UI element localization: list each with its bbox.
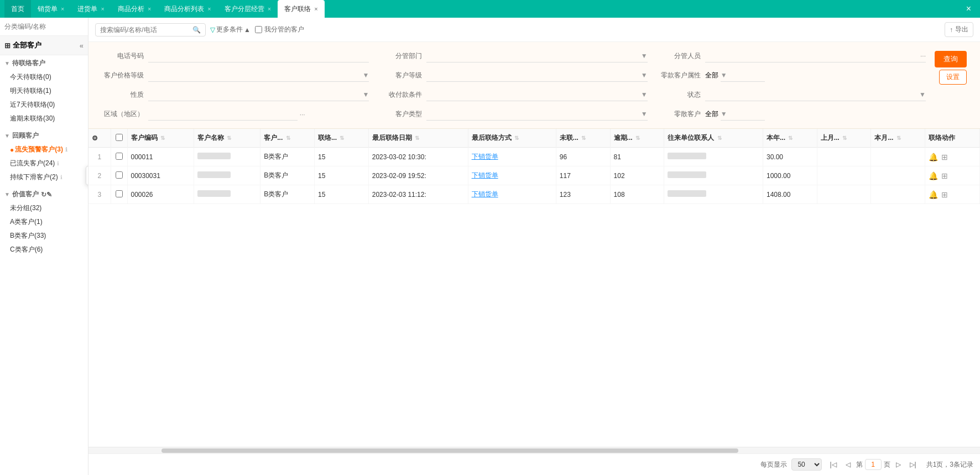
- row-checkbox-1[interactable]: [116, 171, 123, 179]
- next-page-button[interactable]: ▷: [893, 460, 904, 469]
- churned-info-icon[interactable]: ℹ: [57, 160, 59, 166]
- select-all-checkbox[interactable]: [116, 134, 123, 141]
- action-bell-icon-1[interactable]: 🔔: [929, 171, 938, 180]
- action-bell-icon-0[interactable]: 🔔: [929, 153, 938, 161]
- my-customers-checkbox-area: 我分管的客户: [255, 25, 304, 34]
- window-close-button[interactable]: ×: [962, 4, 976, 14]
- action-menu-icon-2[interactable]: ⊞: [941, 190, 948, 199]
- nav-tab-sales[interactable]: 销货单 ×: [31, 0, 71, 18]
- scrollbar-thumb[interactable]: [161, 448, 738, 453]
- purchase-tab-label: 进货单: [77, 4, 97, 14]
- sidebar-section-review-title[interactable]: ▼ 回顾客户: [0, 128, 88, 143]
- last-method-link-1[interactable]: 下销货单: [472, 171, 498, 179]
- nav-tab-analysis[interactable]: 商品分析 ×: [111, 0, 158, 18]
- th-overdue[interactable]: 逾期... ⇅: [610, 129, 664, 148]
- sidebar-item-churned[interactable]: 已流失客户(24) ℹ: [0, 156, 88, 170]
- action-menu-icon-1[interactable]: ⊞: [941, 171, 948, 180]
- declining-info-icon[interactable]: ℹ: [60, 174, 62, 180]
- more-filters-label: 更多条件: [216, 25, 243, 34]
- value-edit-icon[interactable]: ✎: [46, 191, 52, 199]
- sidebar-item-declining[interactable]: 持续下滑客户(2) ℹ: [0, 170, 88, 184]
- price-grade-select[interactable]: ▼: [148, 69, 369, 82]
- sidebar-item-tomorrow[interactable]: 明天待联络(1): [0, 84, 88, 98]
- nav-tab-customer-tier[interactable]: 客户分层经营 ×: [218, 0, 278, 18]
- th-unliaison[interactable]: 未联... ⇅: [556, 129, 610, 148]
- th-this-month[interactable]: 本月... ⇅: [871, 129, 925, 148]
- page-size-select[interactable]: 50 100 200: [791, 458, 822, 471]
- row-checkbox-2[interactable]: [116, 190, 123, 197]
- value-refresh-icon[interactable]: ↻: [41, 191, 46, 199]
- nav-tab-analysis-list[interactable]: 商品分析列表 ×: [158, 0, 217, 18]
- sidebar-all-customers[interactable]: ⊞ 全部客户 «: [0, 36, 88, 55]
- sidebar-item-ungroup[interactable]: 未分组(32): [0, 201, 88, 215]
- filter-icon: ▽: [210, 26, 215, 34]
- sidebar-item-churn-warning[interactable]: ● 流失预警客户(3) ℹ: [0, 143, 88, 156]
- retail-select[interactable]: ▼: [721, 108, 765, 121]
- payment-select[interactable]: ▼: [426, 88, 647, 101]
- region-input[interactable]: [148, 108, 298, 121]
- customer-contact-tab-close[interactable]: ×: [314, 6, 317, 12]
- phone-input[interactable]: [148, 50, 369, 62]
- th-contact[interactable]: 联络... ⇅: [314, 129, 368, 148]
- cell-contacts-1: [664, 166, 763, 185]
- nav-tab-home[interactable]: 首页: [4, 0, 31, 18]
- search-input[interactable]: [100, 26, 192, 34]
- th-this-year[interactable]: 本年... ⇅: [763, 129, 817, 148]
- nav-tab-purchase[interactable]: 进货单 ×: [71, 0, 111, 18]
- region-more-icon[interactable]: ···: [300, 111, 305, 118]
- th-name[interactable]: 客户名称 ⇅: [194, 129, 260, 148]
- th-actions: 联络动作: [925, 129, 980, 148]
- sidebar-section-pending-title[interactable]: ▼ 待联络客户: [0, 55, 88, 70]
- cell-overdue-1: 102: [610, 166, 664, 185]
- more-filters-button[interactable]: ▽ 更多条件 ▲: [210, 25, 251, 34]
- sidebar-item-b-class[interactable]: B类客户(33): [0, 229, 88, 243]
- sidebar-item-7days[interactable]: 近7天待联络(0): [0, 98, 88, 112]
- action-bell-icon-2[interactable]: 🔔: [929, 190, 938, 199]
- nature-select[interactable]: ▼: [148, 88, 369, 101]
- horizontal-scrollbar[interactable]: [88, 447, 980, 453]
- th-unit-contacts[interactable]: 往来单位联系人 ⇅: [664, 129, 763, 148]
- last-method-link-2[interactable]: 下销货单: [472, 190, 498, 198]
- row-checkbox-0[interactable]: [116, 153, 123, 160]
- page-number-input[interactable]: [865, 459, 882, 470]
- sidebar-collapse-button[interactable]: «: [80, 41, 84, 50]
- cell-code-0: 000011: [127, 148, 194, 166]
- th-last-month[interactable]: 上月... ⇅: [817, 129, 871, 148]
- prev-page-button[interactable]: ◁: [842, 460, 854, 469]
- th-code[interactable]: 客户编码 ⇅: [127, 129, 194, 148]
- dept-select[interactable]: ▼: [426, 50, 647, 62]
- sidebar-item-a-class[interactable]: A类客户(1): [0, 215, 88, 229]
- last-method-link-0[interactable]: 下销货单: [472, 153, 498, 160]
- sidebar-item-c-class[interactable]: C类客户(6): [0, 243, 88, 257]
- th-last-method[interactable]: 最后联络方式 ⇅: [468, 129, 556, 148]
- customer-grade-select[interactable]: ▼: [426, 69, 647, 82]
- analysis-tab-close[interactable]: ×: [148, 6, 151, 12]
- query-button[interactable]: 查询: [935, 51, 967, 67]
- zero-attr-select[interactable]: ▼: [721, 69, 765, 82]
- sidebar-section-value-title[interactable]: ▼ 价值客户 ↻ ✎: [0, 186, 88, 201]
- last-page-button[interactable]: ▷|: [906, 460, 920, 469]
- th-last-date[interactable]: 最后联络日期 ⇅: [368, 129, 468, 148]
- sidebar-item-today[interactable]: 今天待联络(0): [0, 70, 88, 84]
- my-customers-checkbox[interactable]: [255, 26, 262, 33]
- settings-col-icon[interactable]: ⚙: [92, 134, 98, 142]
- person-more-icon[interactable]: ···: [920, 52, 926, 60]
- analysis-list-tab-close[interactable]: ×: [207, 6, 211, 12]
- home-tab-label: 首页: [11, 4, 24, 14]
- search-button[interactable]: 🔍: [192, 26, 201, 34]
- first-page-button[interactable]: |◁: [826, 460, 840, 469]
- sales-tab-close[interactable]: ×: [61, 6, 64, 12]
- status-select[interactable]: ▼: [705, 88, 926, 101]
- th-type[interactable]: 客户... ⇅: [260, 129, 315, 148]
- person-select[interactable]: ···: [705, 50, 926, 62]
- customer-tier-tab-close[interactable]: ×: [268, 6, 271, 12]
- sidebar-search-input[interactable]: [4, 23, 87, 30]
- action-menu-icon-0[interactable]: ⊞: [941, 153, 948, 161]
- nav-tab-customer-contact[interactable]: 客户联络 ×: [278, 0, 324, 18]
- settings-button[interactable]: 设置: [939, 70, 967, 85]
- customer-type-select[interactable]: ▼: [426, 108, 647, 121]
- churn-info-icon[interactable]: ℹ: [65, 147, 67, 153]
- purchase-tab-close[interactable]: ×: [101, 6, 104, 12]
- export-button[interactable]: ↑ 导出: [945, 22, 973, 37]
- sidebar-item-overdue[interactable]: 逾期未联络(30): [0, 112, 88, 126]
